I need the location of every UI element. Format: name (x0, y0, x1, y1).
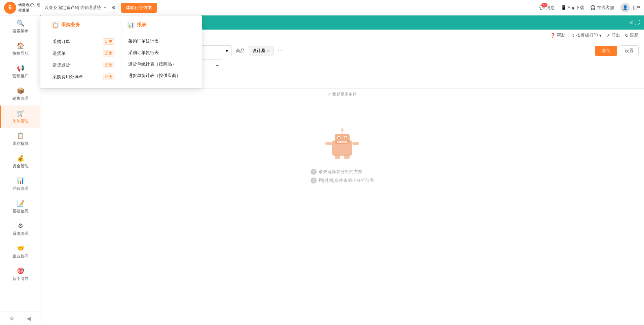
logo-area: 6 畅捷通好生意 标准版 (4, 2, 44, 14)
logo-char: 6 (8, 4, 12, 11)
user-button[interactable]: 👤 用户 (620, 3, 640, 12)
top-bar: 6 畅捷通好生意 标准版 装备及固定资产辅助管理系统 ▾ ⚙ 体验行业方案 💬 … (0, 0, 644, 15)
salesperson-arrow: ··· (216, 63, 219, 68)
menu-item-purchase-order[interactable]: 采购订单 历史 (51, 36, 116, 47)
print-label: 按模板打印 (576, 32, 598, 38)
print-icon: 🖨 (570, 33, 575, 38)
purchase-order-label: 采购订单 (52, 39, 101, 45)
sidebar-item-guide[interactable]: 🎯 新手引导 (0, 263, 40, 286)
message-badge: 9 (541, 3, 547, 7)
home-icon: 🏠 (17, 42, 24, 49)
headset-icon: 🎧 (590, 5, 596, 10)
system-icon: ⚙ (18, 222, 23, 230)
refresh-button[interactable]: ↻ 刷新 (625, 32, 639, 38)
goods-tag-value: 设计桑 (252, 48, 265, 54)
empty-step-1: 1 请先选择要分析的方案 (311, 167, 373, 176)
expense-history-badge: 历史 (103, 74, 114, 80)
sidebar-item-sales[interactable]: 📦 销售管理 (0, 83, 40, 106)
app-download-button[interactable]: 📱 App下载 (561, 5, 584, 11)
empty-state: 1 请先选择要分析的方案 2 用[过滤]条件来缩小分析范围 (40, 100, 644, 212)
online-service-label: 在线客服 (597, 5, 614, 11)
sidebar-item-sales-label: 销售管理 (12, 96, 29, 101)
basic-icon: 📝 (17, 200, 24, 207)
operation-icon: 📊 (17, 177, 24, 185)
sidebar: 🔍 搜索菜单 🏠 快捷导航 📢 营销推广 📦 销售管理 🛒 采购管理 📋 库存核… (0, 15, 40, 325)
export-icon: ↗ (606, 33, 610, 38)
sidebar-item-guide-label: 新手引导 (12, 276, 29, 282)
sidebar-item-purchase[interactable]: 🛒 采购管理 (0, 106, 40, 128)
industry-button[interactable]: 体验行业方案 (121, 3, 157, 13)
export-button[interactable]: ↗ 导出 (606, 32, 620, 38)
svg-rect-9 (335, 155, 340, 159)
user-label: 用户 (631, 5, 640, 11)
report-section-title: 📊 报表 (127, 21, 191, 32)
tab-expand-button[interactable]: ⛶ (635, 19, 640, 26)
guide-icon: 🎯 (17, 267, 24, 275)
menu-item-receipt-stats-goods[interactable]: 进货单统计表（按商品） (127, 58, 191, 70)
enterprise-icon: 🤝 (17, 245, 24, 252)
purchase-section-title-text: 采购业务 (61, 22, 80, 28)
message-button[interactable]: 💬 9 消息 (539, 5, 555, 11)
sidebar-collapse-button[interactable]: ◀ (27, 315, 31, 322)
online-service-button[interactable]: 🎧 在线客服 (590, 5, 614, 11)
system-name-area: 装备及固定资产辅助管理系统 ▾ ⚙ 体验行业方案 (44, 3, 539, 13)
help-icon: ❓ (550, 33, 556, 38)
collapse-bar[interactable]: ∧ 收起更多条件 (40, 89, 644, 100)
avatar: 👤 (620, 3, 630, 12)
sidebar-item-finance[interactable]: 💰 资金管理 (0, 151, 40, 173)
sidebar-item-search[interactable]: 🔍 搜索菜单 (0, 15, 40, 38)
goods-tag: 设计桑 ✕ (249, 46, 274, 55)
sidebar-item-enterprise[interactable]: 🤝 企业协同 (0, 241, 40, 263)
phone-icon: 📱 (561, 5, 566, 10)
menu-item-order-stats[interactable]: 采购订单统计表 (127, 36, 191, 47)
goods-more-dots[interactable]: ··· (278, 48, 282, 54)
receipt-history-badge: 历史 (103, 50, 114, 56)
sidebar-bottom: ⚙ ◀ (0, 312, 40, 325)
sidebar-item-basic[interactable]: 📝 基础信息 (0, 196, 40, 218)
empty-step-2: 2 用[过滤]条件来缩小分析范围 (311, 176, 373, 185)
sidebar-item-operation[interactable]: 📊 经营管理 (0, 173, 40, 196)
sidebar-item-inventory[interactable]: 📋 库存核算 (0, 128, 40, 151)
help-label: 帮助 (557, 32, 566, 38)
marketing-icon: 📢 (17, 65, 24, 72)
gear-button[interactable]: ⚙ (109, 3, 118, 12)
purchase-section-icon: 📋 (51, 21, 59, 29)
menu-item-receipt[interactable]: 进货单 历史 (51, 47, 116, 59)
menu-item-return[interactable]: 进货退货 历史 (51, 59, 116, 71)
purchase-icon: 🛒 (17, 110, 24, 117)
svg-point-4 (338, 137, 340, 139)
goods-label: 商品 (236, 48, 245, 54)
menu-item-receipt-stats-supplier[interactable]: 进货单统计表（按供应商） (127, 70, 191, 81)
tab-close-all-button[interactable]: ✕ (629, 19, 633, 26)
return-label: 进货退货 (52, 62, 101, 68)
logo-line2: 标准版 (18, 8, 40, 13)
sidebar-item-quicknav[interactable]: 🏠 快捷导航 (0, 38, 40, 60)
query-button[interactable]: 查询 (595, 46, 617, 56)
sidebar-item-operation-label: 经营管理 (12, 186, 29, 192)
settings-button[interactable]: 设置 (620, 45, 639, 56)
robot-svg (322, 127, 362, 161)
sidebar-item-marketing[interactable]: 📢 营销推广 (0, 60, 40, 83)
sidebar-settings-button[interactable]: ⚙ (9, 315, 14, 322)
query-btn-group: 查询 设置 (595, 45, 639, 56)
sidebar-item-inventory-label: 库存核算 (12, 141, 29, 147)
sidebar-item-basic-label: 基础信息 (12, 208, 29, 214)
sidebar-item-purchase-label: 采购管理 (12, 118, 29, 124)
sidebar-item-system[interactable]: ⚙ 系统管理 (0, 218, 40, 241)
print-dropdown-icon[interactable]: ▾ (599, 33, 602, 38)
svg-point-12 (341, 128, 344, 131)
system-dropdown-arrow[interactable]: ▾ (104, 5, 106, 10)
svg-rect-8 (352, 142, 359, 145)
report-section-icon: 📊 (127, 21, 135, 29)
menu-item-order-exec[interactable]: 采购订单执行表 (127, 47, 191, 58)
purchase-menu-section: 📋 采购业务 采购订单 历史 进货单 历史 进货退货 历史 采购费用分摊单 历史 (46, 21, 121, 83)
help-button[interactable]: ❓ 帮助 (550, 32, 566, 38)
empty-step2-text: 用[过滤]条件来缩小分析范围 (319, 176, 373, 185)
return-history-badge: 历史 (103, 62, 114, 68)
menu-item-expense[interactable]: 采购费用分摊单 历史 (51, 71, 116, 83)
logo-icon: 6 (4, 2, 16, 14)
step-num-1: 1 (311, 169, 317, 175)
inventory-icon: 📋 (17, 132, 24, 139)
goods-tag-close[interactable]: ✕ (267, 49, 270, 53)
print-button[interactable]: 🖨 按模板打印 ▾ (570, 32, 602, 38)
